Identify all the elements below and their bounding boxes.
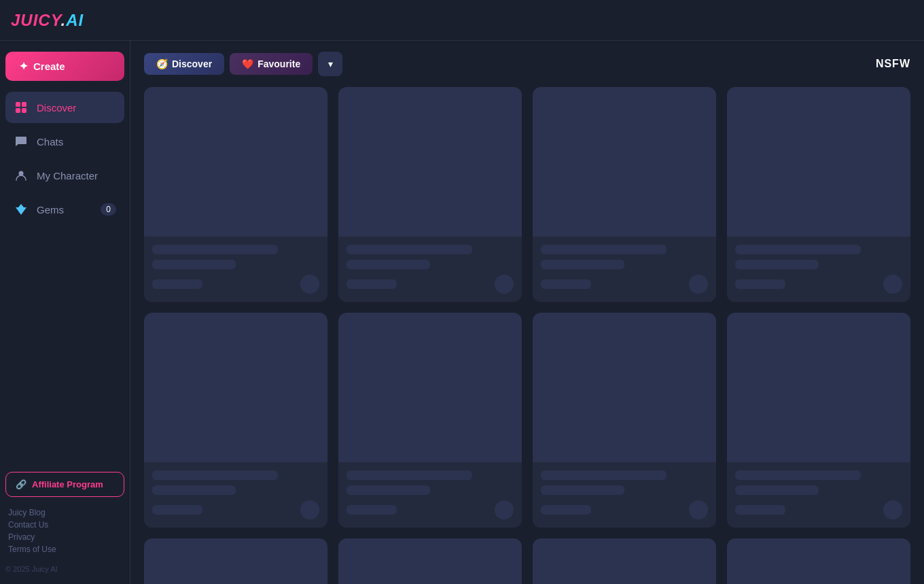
card-bottom bbox=[152, 275, 319, 294]
card-info bbox=[338, 462, 522, 528]
top-bar: 🧭 Discover ❤️ Favourite ▾ NSFW bbox=[144, 52, 910, 76]
skeleton-avatar bbox=[300, 275, 319, 294]
sidebar-item-discover[interactable]: Discover bbox=[5, 92, 124, 123]
card-1-4[interactable] bbox=[727, 87, 910, 302]
card-image bbox=[727, 87, 910, 237]
cards-grid-row1 bbox=[144, 87, 910, 302]
card-2-3[interactable] bbox=[533, 313, 716, 528]
card-bottom bbox=[541, 275, 708, 294]
card-info bbox=[338, 237, 522, 302]
skeleton-title bbox=[346, 245, 472, 254]
card-image bbox=[338, 87, 522, 237]
sidebar-bottom: 🔗 Affiliate Program Juicy Blog Contact U… bbox=[5, 472, 124, 573]
card-1-2[interactable] bbox=[338, 87, 522, 302]
skeleton-title bbox=[152, 470, 278, 480]
juicy-blog-link[interactable]: Juicy Blog bbox=[8, 508, 122, 517]
logo: JUICY.AI bbox=[11, 11, 84, 30]
main-content: 🧭 Discover ❤️ Favourite ▾ NSFW bbox=[130, 41, 924, 584]
chats-label: Chats bbox=[37, 136, 63, 148]
card-image bbox=[144, 538, 327, 584]
skeleton-tag bbox=[346, 505, 397, 515]
skeleton-subtitle bbox=[541, 485, 624, 495]
sidebar: ✦ Create Discover Chats bbox=[0, 41, 130, 584]
copyright: © 2025 Juicy AI bbox=[5, 565, 124, 573]
card-image bbox=[533, 538, 716, 584]
contact-us-link[interactable]: Contact Us bbox=[8, 520, 122, 530]
card-image bbox=[338, 313, 522, 462]
card-info bbox=[144, 237, 327, 302]
affiliate-button[interactable]: 🔗 Affiliate Program bbox=[5, 472, 124, 497]
card-info bbox=[144, 462, 327, 528]
skeleton-title bbox=[346, 470, 472, 480]
skeleton-avatar bbox=[300, 500, 319, 519]
card-image bbox=[144, 87, 327, 237]
logo-text: JUICY.AI bbox=[11, 11, 84, 30]
nsfw-label: NSFW bbox=[876, 58, 910, 70]
card-3-4[interactable] bbox=[727, 538, 910, 584]
card-image bbox=[338, 538, 522, 584]
skeleton-tag bbox=[152, 279, 202, 289]
card-bottom bbox=[735, 500, 902, 519]
favourite-tab[interactable]: ❤️ Favourite bbox=[230, 53, 313, 75]
discover-tab[interactable]: 🧭 Discover bbox=[144, 53, 224, 75]
affiliate-label: Affiliate Program bbox=[32, 479, 103, 489]
card-info bbox=[533, 462, 716, 528]
card-2-2[interactable] bbox=[338, 313, 522, 528]
skeleton-subtitle bbox=[735, 260, 819, 269]
create-button[interactable]: ✦ Create bbox=[5, 52, 124, 81]
sparkle-icon: ✦ bbox=[19, 60, 28, 73]
discover-icon bbox=[14, 100, 29, 115]
skeleton-tag bbox=[735, 505, 785, 515]
skeleton-tag bbox=[346, 279, 397, 289]
card-1-1[interactable] bbox=[144, 87, 327, 302]
skeleton-tag bbox=[152, 505, 202, 515]
card-2-4[interactable] bbox=[727, 313, 910, 528]
my-character-label: My Character bbox=[37, 170, 98, 182]
skeleton-avatar bbox=[883, 275, 902, 294]
sidebar-item-my-character[interactable]: My Character bbox=[5, 160, 124, 191]
skeleton-tag bbox=[541, 505, 591, 515]
svg-rect-3 bbox=[22, 108, 26, 113]
favourite-tab-icon: ❤️ bbox=[242, 58, 253, 69]
card-info bbox=[533, 237, 716, 302]
card-image bbox=[533, 87, 716, 237]
card-image bbox=[144, 313, 327, 462]
skeleton-subtitle bbox=[735, 485, 819, 495]
card-3-1[interactable] bbox=[144, 538, 327, 584]
privacy-link[interactable]: Privacy bbox=[8, 532, 122, 542]
svg-rect-0 bbox=[16, 102, 20, 107]
sidebar-item-chats[interactable]: Chats bbox=[5, 126, 124, 157]
card-bottom bbox=[346, 500, 514, 519]
card-image bbox=[533, 313, 716, 462]
discover-tab-label: Discover bbox=[172, 58, 212, 69]
skeleton-tag bbox=[735, 279, 785, 289]
dropdown-button[interactable]: ▾ bbox=[318, 52, 342, 76]
favourite-tab-label: Favourite bbox=[257, 58, 300, 69]
app-header: JUICY.AI bbox=[0, 0, 924, 41]
svg-rect-1 bbox=[22, 102, 26, 107]
card-image bbox=[727, 313, 910, 462]
gems-icon bbox=[14, 202, 29, 217]
sidebar-item-gems[interactable]: Gems 0 bbox=[5, 194, 124, 225]
card-bottom bbox=[346, 275, 514, 294]
skeleton-tag bbox=[541, 279, 591, 289]
skeleton-avatar bbox=[689, 500, 708, 519]
skeleton-title bbox=[735, 245, 861, 254]
card-bottom bbox=[735, 275, 902, 294]
skeleton-subtitle bbox=[346, 485, 430, 495]
skeleton-avatar bbox=[689, 275, 708, 294]
card-1-3[interactable] bbox=[533, 87, 716, 302]
skeleton-avatar bbox=[883, 500, 902, 519]
card-2-1[interactable] bbox=[144, 313, 327, 528]
card-info bbox=[727, 462, 910, 528]
skeleton-avatar bbox=[495, 500, 514, 519]
skeleton-title bbox=[541, 245, 667, 254]
terms-link[interactable]: Terms of Use bbox=[8, 545, 122, 554]
card-3-2[interactable] bbox=[338, 538, 522, 584]
skeleton-subtitle bbox=[152, 485, 236, 495]
skeleton-subtitle bbox=[346, 260, 430, 269]
svg-marker-5 bbox=[16, 204, 26, 215]
card-3-3[interactable] bbox=[533, 538, 716, 584]
create-label: Create bbox=[33, 61, 65, 72]
card-bottom bbox=[541, 500, 708, 519]
